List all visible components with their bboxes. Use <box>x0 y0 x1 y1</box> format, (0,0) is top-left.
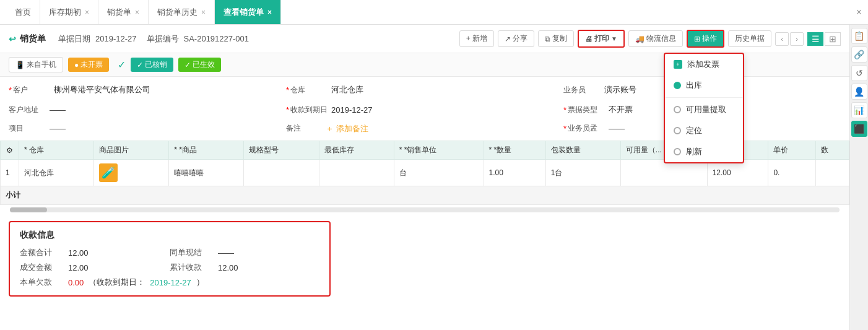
col-product: * *商品 <box>169 141 244 160</box>
col-min-stock: 最低库存 <box>319 141 394 160</box>
operations-dropdown: + 添加发票 出库 可用量提取 定位 刷新 <box>664 53 744 163</box>
payment-title: 收款信息 <box>20 230 319 241</box>
dropdown-available-qty[interactable]: 可用量提取 <box>665 99 743 120</box>
logistics-icon: 🚚 <box>635 35 644 43</box>
col-spec: 规格型号 <box>244 141 319 160</box>
cumulative-item: 累计收款 12.00 <box>170 262 319 273</box>
row-pkg-qty: 1台 <box>545 160 620 186</box>
address-field: 客户地址 —— <box>9 103 286 116</box>
close-all-button[interactable]: × <box>856 7 862 18</box>
doc-icon: ↩ <box>9 34 16 44</box>
check-mark-icon: ✓ <box>118 59 126 70</box>
tab-view-sales[interactable]: 查看销货单 × <box>215 0 281 24</box>
share-button[interactable]: ↗ 分享 <box>498 30 534 47</box>
next-button[interactable]: › <box>790 32 804 46</box>
right-btn-2[interactable]: 🔗 <box>851 46 867 63</box>
product-image-icon: 🧪 <box>102 166 115 180</box>
col-amount: 数 <box>815 141 849 160</box>
tab-home[interactable]: 首页 <box>6 0 40 24</box>
payment-grid: 金额合计 12.00 同单现结 —— 成交金额 12.00 累计收款 12.00 <box>20 247 319 288</box>
scrollbar-thumb[interactable] <box>10 207 47 212</box>
doc-header: ↩ 销货单 单据日期 2019-12-27 单据编号 SA-20191227-0… <box>0 25 849 53</box>
not-open-badge: ● 未开票 <box>68 58 109 72</box>
tab-sales-history[interactable]: 销货单历史 × <box>149 0 215 24</box>
right-btn-6[interactable]: ⬛ <box>851 121 867 137</box>
locate-icon <box>674 127 681 134</box>
owed-item: 本单欠款 0.00 （收款到期日： 2019-12-27 ） <box>20 277 319 288</box>
same-order-item: 同单现结 —— <box>170 247 319 258</box>
effective-check-icon: ✓ <box>184 61 191 69</box>
right-btn-5[interactable]: 📊 <box>851 102 867 118</box>
row-index: 1 <box>1 160 19 186</box>
col-unit: * *销售单位 <box>394 141 484 160</box>
table-wrapper: ⚙ * 仓库 商品图片 * *商品 规格型号 最低库存 * *销售单位 * *数… <box>0 141 849 330</box>
row-product: 嘻嘻嘻嘻 <box>169 160 244 186</box>
from-phone-button[interactable]: 📱 来自手机 <box>9 57 63 72</box>
dot-icon: ● <box>74 61 79 69</box>
col-qty: * *数量 <box>484 141 545 160</box>
dropdown-refresh[interactable]: 刷新 <box>665 141 743 162</box>
subtotal-row: 小计 <box>1 186 849 205</box>
effective-badge: ✓ 已生效 <box>178 58 221 72</box>
row-amount <box>815 160 849 186</box>
dropdown-add-invoice[interactable]: + 添加发票 <box>665 54 743 75</box>
print-icon: 🖨 <box>585 35 592 43</box>
doc-meta: 单据日期 2019-12-27 单据编号 SA-20191227-001 <box>58 33 459 45</box>
prev-button[interactable]: ‹ <box>775 32 789 46</box>
col-price: 单价 <box>768 141 815 160</box>
close-history-tab[interactable]: × <box>201 8 206 17</box>
add-note-button[interactable]: ＋ 添加备注 <box>326 123 368 134</box>
subtotal-label: 小计 <box>1 186 849 205</box>
customer-field: * 客户 柳州粤港平安气体有限公司 <box>9 83 286 97</box>
close-view-tab[interactable]: × <box>267 8 272 17</box>
check-icon-area: ✓ <box>118 59 126 71</box>
dropdown-locate[interactable]: 定位 <box>665 120 743 141</box>
new-button[interactable]: + 新增 <box>459 30 494 47</box>
copy-icon: ⧉ <box>545 35 550 43</box>
tab-bar: 首页 库存期初 × 销货单 × 销货单历史 × 查看销货单 × × <box>0 0 868 25</box>
print-dropdown-icon: ▼ <box>611 35 617 42</box>
plus-icon: ＋ <box>326 124 334 133</box>
logistics-button[interactable]: 🚚 物流信息 <box>628 30 683 47</box>
row-spec <box>244 160 319 186</box>
view-toggle: ☰ ⊞ <box>807 32 841 46</box>
transaction-item: 成交金额 12.00 <box>20 262 170 273</box>
total-item: 金额合计 12.00 <box>20 247 170 258</box>
note-field: 备注 ＋ 添加备注 <box>286 123 563 134</box>
history-button[interactable]: 历史单据 <box>728 30 771 47</box>
grid-view-button[interactable]: ⊞ <box>825 32 841 46</box>
close-inventory-tab[interactable]: × <box>85 8 89 17</box>
verified-badge: ✓ 已核销 <box>131 58 173 72</box>
row-qty: 1.00 <box>484 160 545 186</box>
right-btn-3[interactable]: ↺ <box>851 65 867 81</box>
doc-date-item: 单据日期 2019-12-27 <box>58 33 137 45</box>
phone-icon: 📱 <box>15 61 25 69</box>
doc-title: ↩ 销货单 <box>9 33 46 45</box>
tab-inventory-init[interactable]: 库存期初 × <box>40 0 98 24</box>
row-unit: 台 <box>394 160 484 186</box>
right-btn-4[interactable]: 👤 <box>851 84 867 100</box>
list-view-button[interactable]: ☰ <box>807 32 823 46</box>
row-min-stock <box>319 160 394 186</box>
toolbar: + 新增 ↗ 分享 ⧉ 复制 🖨 打印 ▼ 🚚 物流信息 <box>459 30 841 48</box>
payment-box: 收款信息 金额合计 12.00 同单现结 —— 成交金额 12.00 <box>9 221 331 297</box>
row-price: 0. <box>768 160 815 186</box>
col-warehouse: * 仓库 <box>19 141 94 160</box>
operations-button[interactable]: ⊞ 操作 <box>687 30 724 48</box>
dropdown-outbound[interactable]: 出库 <box>665 75 743 96</box>
horizontal-scrollbar[interactable] <box>10 207 840 212</box>
copy-button[interactable]: ⧉ 复制 <box>538 30 574 47</box>
print-button[interactable]: 🖨 打印 ▼ <box>578 30 625 48</box>
product-image: 🧪 <box>99 163 118 182</box>
close-sales-tab[interactable]: × <box>135 8 139 17</box>
tab-sales-order[interactable]: 销货单 × <box>98 0 149 24</box>
row-image: 🧪 <box>94 160 169 186</box>
row-warehouse: 河北仓库 <box>19 160 94 186</box>
available-qty-icon <box>674 106 681 113</box>
right-btn-1[interactable]: 📋 <box>851 28 867 44</box>
project-field: 项目 —— <box>9 123 286 134</box>
due-date-field: * 收款到期日 2019-12-27 <box>286 103 563 116</box>
nav-buttons: ‹ › <box>775 32 804 46</box>
add-invoice-icon: + <box>674 60 682 69</box>
scrollbar-area[interactable] <box>0 205 849 215</box>
